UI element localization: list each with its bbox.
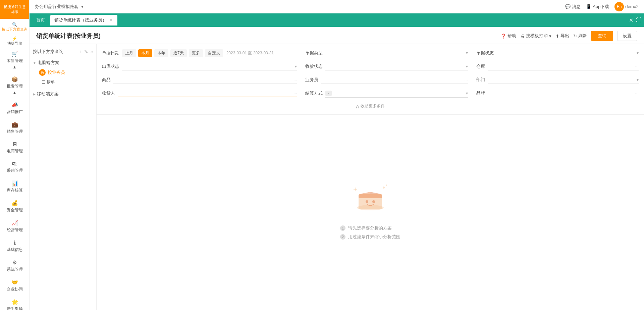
sidebar-search[interactable]: 🔍 按以下方案查询 xyxy=(0,19,29,34)
mobile-group-label: 移动端方案 xyxy=(37,91,59,97)
page-header: 销货单统计表(按业务员) ❓ 帮助 🖨 按模板打印 ▾ ⬆ 导出 ↻ 刷新 xyxy=(30,27,644,44)
chevron-down-icon[interactable]: ▾ xyxy=(81,4,84,9)
mobile-group[interactable]: ▶ 移动端方案 xyxy=(30,89,96,99)
salesperson-more-icon[interactable]: ··· xyxy=(465,78,468,82)
svg-point-10 xyxy=(386,185,387,186)
out-status-dropdown-icon[interactable]: ▾ xyxy=(295,64,297,69)
settlement-dropdown-icon[interactable]: ▾ xyxy=(466,91,468,96)
this-year-btn[interactable]: 本年 xyxy=(154,49,168,57)
filter-sep-4 xyxy=(472,61,472,71)
custom-btn[interactable]: 自定义 xyxy=(205,49,223,57)
empty-steps: 1 请先选择要分析的方案 2 用过滤条件来缩小分析范围 xyxy=(340,225,400,243)
product-label: 商品 xyxy=(102,77,111,83)
tab-close-window-icon[interactable]: ✕ xyxy=(629,17,633,23)
sidebar-item-retail[interactable]: 🛒 零售管理 ▲ xyxy=(0,47,29,73)
print-icon: 🖨 xyxy=(520,34,525,39)
settlement-tag-close[interactable]: × xyxy=(327,91,329,95)
filter-sep-7 xyxy=(301,88,301,98)
svg-point-5 xyxy=(366,200,368,203)
sidebar-item-enterprise[interactable]: 🤝 企业协同 xyxy=(0,276,29,296)
filter-sep-6 xyxy=(472,75,472,85)
svg-rect-2 xyxy=(359,194,382,198)
empty-state: 1 请先选择要分析的方案 2 用过滤条件来缩小分析范围 xyxy=(97,115,644,310)
tab-close-icon[interactable]: × xyxy=(109,18,113,22)
tab-maximize-icon[interactable]: ⛶ xyxy=(636,17,641,23)
add-scheme-icon[interactable]: + xyxy=(79,49,82,54)
sidebar-item-guide[interactable]: 🌟 新手引导 xyxy=(0,296,29,310)
messages-btn[interactable]: 💬 消息 xyxy=(565,4,581,10)
chevron-right-icon: ▶ xyxy=(33,92,36,96)
product-more-icon[interactable]: ··· xyxy=(293,78,297,82)
doc-type-dropdown-icon[interactable]: ▾ xyxy=(466,51,468,55)
tab-bar-actions: ✕ ⛶ xyxy=(629,17,641,23)
department-filter: 部门 ▾ xyxy=(476,76,639,84)
warehouse-more-icon[interactable]: ··· xyxy=(635,64,639,69)
brand-label: 品牌 xyxy=(476,90,485,96)
filter-row-1: 单据日期 上月 本月 本年 近7天 更多 自定义 2023-03-01 至 20… xyxy=(102,48,639,58)
query-button[interactable]: 查询 xyxy=(591,31,613,41)
edit-scheme-icon[interactable]: ✎ xyxy=(84,49,88,54)
department-dropdown-icon[interactable]: ▾ xyxy=(637,78,639,82)
this-month-btn[interactable]: 本月 xyxy=(138,49,152,57)
department-label: 部门 xyxy=(476,77,485,83)
last7-btn[interactable]: 近7天 xyxy=(170,49,187,57)
desktop-group[interactable]: ▼ 电脑端方案 xyxy=(30,58,96,67)
sidebar-item-sales[interactable]: 💼 销售管理 xyxy=(0,118,29,138)
date-range-text: 2023-03-01 至 2023-03-31 xyxy=(226,50,274,56)
avatar: Ea xyxy=(614,2,624,11)
scheme-by-order[interactable]: ☰ 按单 xyxy=(30,78,96,87)
salesperson-label: 业务员 xyxy=(305,77,318,83)
left-panel-header: 按以下方案查询 + ✎ « xyxy=(30,47,96,57)
refresh-btn[interactable]: ↻ 刷新 xyxy=(573,33,587,39)
user-menu[interactable]: Ea demo2 xyxy=(614,2,639,11)
app-download-btn[interactable]: 📱 App下载 xyxy=(586,4,609,10)
brand-more-icon[interactable]: ··· xyxy=(635,91,639,96)
industry-selector[interactable]: 办公用品行业模拟账套 ▾ xyxy=(35,4,84,10)
svg-point-9 xyxy=(383,187,385,189)
settlement-label: 结算方式 xyxy=(305,90,323,96)
sidebar-item-wholesale[interactable]: 📦 批发管理 ▲ xyxy=(0,73,29,98)
filter-row-4: 收货人 ··· 结算方式 × xyxy=(102,88,639,98)
filter-row-2: 出库状态 ▾ 收款状态 ▾ xyxy=(102,61,639,71)
doc-type-filter: 单据类型 ▾ xyxy=(305,49,468,57)
sidebar-item-ecommerce[interactable]: 🖥 电商管理 xyxy=(0,138,29,157)
collapse-btn[interactable]: ⋀ 收起更多条件 xyxy=(356,103,385,109)
sidebar-item-system[interactable]: ⚙ 系统管理 xyxy=(0,256,29,276)
help-btn[interactable]: ❓ 帮助 xyxy=(501,33,516,39)
more-btn[interactable]: 更多 xyxy=(189,49,203,57)
desktop-section: ▼ 电脑端方案 员 按业务员 ☰ 按单 xyxy=(30,57,96,88)
collect-status-dropdown-icon[interactable]: ▾ xyxy=(466,64,468,69)
collapse-row: ⋀ 收起更多条件 xyxy=(102,102,639,110)
settings-button[interactable]: 设置 xyxy=(617,31,637,41)
sidebar: 畅捷通好生意 标版 🔍 按以下方案查询 ⚡ 快捷导航 🛒 零售管理 ▲ 📦 批发… xyxy=(0,0,30,310)
empty-svg-icon xyxy=(350,183,390,216)
date-filter-item: 单据日期 上月 本月 本年 近7天 更多 自定义 2023-03-01 至 20… xyxy=(102,49,297,57)
body-layout: 按以下方案查询 + ✎ « ▼ 电脑端方案 员 按业务员 xyxy=(30,44,644,310)
collapse-panel-icon[interactable]: « xyxy=(90,49,93,54)
export-btn[interactable]: ⬆ 导出 xyxy=(555,33,569,39)
top-header: 办公用品行业模拟账套 ▾ 💬 消息 📱 App下载 Ea demo2 xyxy=(30,0,644,13)
collapse-icon: ⋀ xyxy=(356,104,359,109)
last-month-btn[interactable]: 上月 xyxy=(122,49,136,57)
sidebar-item-purchase[interactable]: 🛍 采购管理 xyxy=(0,157,29,177)
sidebar-item-marketing[interactable]: 📣 营销推广 xyxy=(0,98,29,118)
tab-sales-stats[interactable]: 销货单统计表（按业务员） × xyxy=(50,15,117,25)
settlement-tag: × xyxy=(325,91,331,96)
tab-home[interactable]: 首页 xyxy=(32,15,49,25)
sidebar-item-business[interactable]: 📈 经营管理 xyxy=(0,216,29,236)
consignee-more-icon[interactable]: ··· xyxy=(293,91,297,95)
sidebar-item-basic[interactable]: ℹ 基础信息 xyxy=(0,236,29,256)
left-panel-icons: + ✎ « xyxy=(79,49,93,54)
sidebar-logo-text: 畅捷通好生意 标版 xyxy=(4,4,26,15)
filter-sep-1 xyxy=(301,48,301,58)
scheme-by-salesperson[interactable]: 员 按业务员 xyxy=(30,67,96,78)
sidebar-shortcut-nav[interactable]: ⚡ 快捷导航 xyxy=(0,34,29,47)
warehouse-filter: 仓库 ··· xyxy=(476,63,639,70)
print-dropdown-icon[interactable]: ▾ xyxy=(549,34,551,39)
sidebar-item-finance[interactable]: 💰 资金管理 xyxy=(0,197,29,216)
print-btn[interactable]: 🖨 按模板打印 ▾ xyxy=(520,33,551,39)
collect-status-filter: 收款状态 ▾ xyxy=(305,63,468,70)
doc-status-dropdown-icon[interactable]: ▾ xyxy=(637,51,639,55)
sidebar-item-inventory[interactable]: 📊 库存核算 xyxy=(0,177,29,197)
chevron-down-icon: ▼ xyxy=(33,61,36,65)
